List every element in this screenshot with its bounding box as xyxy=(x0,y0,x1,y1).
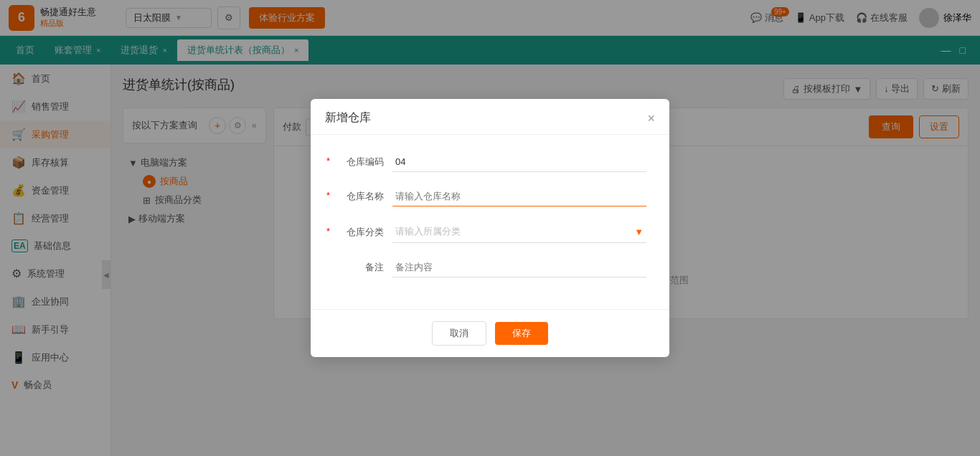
warehouse-name-label: 仓库名称 xyxy=(334,190,384,203)
warehouse-code-row: 仓库编码 xyxy=(334,152,646,172)
warehouse-category-placeholder: 请输入所属分类 xyxy=(395,225,461,238)
dialog-footer: 取消 保存 xyxy=(311,309,669,357)
warehouse-code-input[interactable] xyxy=(392,152,646,172)
warehouse-name-row: 仓库名称 xyxy=(334,186,646,206)
warehouse-category-label: 仓库分类 xyxy=(334,226,384,239)
modal-overlay[interactable]: 新增仓库 × 仓库编码 仓库名称 仓库分类 请输入所属分类 ▼ xyxy=(0,0,980,456)
warehouse-code-label: 仓库编码 xyxy=(334,156,384,168)
dialog-title: 新增仓库 xyxy=(325,110,371,125)
warehouse-note-row: 备注 xyxy=(334,257,646,277)
category-chevron-icon: ▼ xyxy=(634,227,644,237)
warehouse-note-input[interactable] xyxy=(392,257,646,277)
dialog-header: 新增仓库 × xyxy=(311,99,669,135)
save-button[interactable]: 保存 xyxy=(495,322,548,345)
dialog-close-icon[interactable]: × xyxy=(647,112,655,125)
warehouse-name-input[interactable] xyxy=(392,186,646,206)
new-warehouse-dialog: 新增仓库 × 仓库编码 仓库名称 仓库分类 请输入所属分类 ▼ xyxy=(311,99,669,357)
warehouse-note-label: 备注 xyxy=(334,261,384,274)
warehouse-category-row: 仓库分类 请输入所属分类 ▼ xyxy=(334,221,646,243)
warehouse-category-select[interactable]: 请输入所属分类 ▼ xyxy=(392,221,646,243)
cancel-button[interactable]: 取消 xyxy=(432,321,486,346)
dialog-body: 仓库编码 仓库名称 仓库分类 请输入所属分类 ▼ 备注 xyxy=(311,135,669,309)
